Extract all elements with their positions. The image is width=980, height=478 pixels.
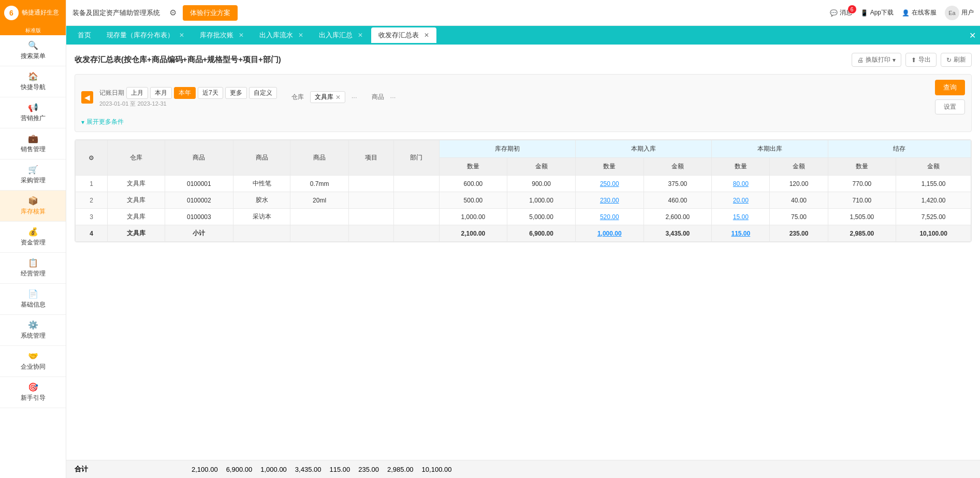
warehouse-tag-close[interactable]: ✕ bbox=[335, 94, 341, 101]
tabs-close-all-btn[interactable]: ✕ bbox=[969, 31, 976, 40]
refresh-icon: ↻ bbox=[946, 56, 952, 64]
basic-icon: 📄 bbox=[28, 289, 38, 299]
tab-summary[interactable]: 出入库汇总 ✕ bbox=[312, 27, 370, 43]
tab-flow-close[interactable]: ✕ bbox=[298, 32, 303, 39]
refresh-btn[interactable]: ↻ 刷新 bbox=[941, 53, 972, 67]
row-in-qty[interactable]: 520.00 bbox=[575, 209, 643, 225]
warehouse-more-btn[interactable]: ··· bbox=[352, 93, 357, 101]
row-in-amt: 460.00 bbox=[643, 192, 712, 209]
col-product-spec: 商品 bbox=[290, 140, 348, 176]
subtotal-open-qty: 2,100.00 bbox=[439, 225, 507, 242]
topbar-app[interactable]: 📱 App下载 bbox=[860, 8, 894, 17]
row-out-qty[interactable]: 80.00 bbox=[712, 176, 770, 192]
total-label: 合计 bbox=[75, 465, 88, 474]
date-btn-last-month[interactable]: 上月 bbox=[126, 87, 148, 99]
row-project bbox=[348, 192, 393, 209]
tab-stock-dist[interactable]: 现存量（库存分布表） ✕ bbox=[99, 27, 192, 43]
tab-batch[interactable]: 库存批次账 ✕ bbox=[193, 27, 251, 43]
sidebar-tag: 标准版 bbox=[0, 26, 66, 35]
row-open-qty: 500.00 bbox=[439, 192, 507, 209]
tab-flow[interactable]: 出入库流水 ✕ bbox=[252, 27, 311, 43]
col-open-qty: 数量 bbox=[439, 158, 507, 176]
tab-home[interactable]: 首页 bbox=[70, 27, 98, 43]
row-product-spec: 0.7mm bbox=[290, 176, 348, 192]
data-table: ⚙ 仓库 商品 商品 商品 项目 部门 库存期初 本期入库 本期出库 结存 数量 bbox=[75, 140, 971, 242]
subtotal-row: 4 文具库 小计 2,100.00 6,900.00 1,000.00 3,43… bbox=[76, 225, 971, 242]
date-btn-7days[interactable]: 近7天 bbox=[198, 87, 223, 99]
sidebar-item-business[interactable]: 📋 经营管理 bbox=[0, 253, 66, 284]
tab-batch-close[interactable]: ✕ bbox=[239, 32, 244, 39]
sidebar-item-search[interactable]: 🔍 搜索菜单 bbox=[0, 35, 66, 66]
row-no: 2 bbox=[76, 192, 108, 209]
sidebar-item-label: 搜索菜单 bbox=[21, 52, 46, 61]
row-product-code: 0100002 bbox=[165, 192, 233, 209]
col-close-amt: 金额 bbox=[896, 158, 971, 176]
tab-batch-label: 库存批次账 bbox=[200, 31, 233, 40]
row-close-amt: 1,420.00 bbox=[896, 192, 971, 209]
home-icon: 🏠 bbox=[28, 71, 38, 81]
sidebar-item-label: 基础信息 bbox=[21, 300, 46, 309]
sidebar-item-label: 采购管理 bbox=[21, 176, 46, 185]
topbar-service[interactable]: 👤 在线客服 bbox=[902, 8, 937, 17]
col-in: 本期入库 bbox=[575, 140, 711, 158]
row-close-amt: 7,525.00 bbox=[896, 209, 971, 225]
row-in-qty[interactable]: 230.00 bbox=[575, 192, 643, 209]
subtotal-out-amt: 235.00 bbox=[770, 225, 828, 242]
topbar-user[interactable]: Ea 用户 bbox=[945, 6, 974, 20]
sidebar-item-label: 快捷导航 bbox=[21, 83, 46, 92]
total-open-amt: 6,900.00 bbox=[226, 466, 253, 473]
sidebar-item-finance[interactable]: 💰 资金管理 bbox=[0, 222, 66, 253]
col-opening: 库存期初 bbox=[439, 140, 575, 158]
subtotal-warehouse: 文具库 bbox=[108, 225, 165, 242]
row-in-qty[interactable]: 250.00 bbox=[575, 176, 643, 192]
sidebar-item-guide[interactable]: 🎯 新手引导 bbox=[0, 377, 66, 408]
subtotal-in-qty[interactable]: 1,000.00 bbox=[575, 225, 643, 242]
date-filter: 记账日期 上月 本月 本年 近7天 更多 自定义 2023-01-01 至 20… bbox=[99, 87, 277, 108]
subtotal-empty2 bbox=[290, 225, 348, 242]
tab-recv-send[interactable]: 收发存汇总表 ✕ bbox=[371, 27, 436, 43]
tab-recv-send-close[interactable]: ✕ bbox=[424, 32, 429, 39]
sidebar-item-basic[interactable]: 📄 基础信息 bbox=[0, 284, 66, 315]
row-out-qty[interactable]: 20.00 bbox=[712, 192, 770, 209]
expand-label: 展开更多条件 bbox=[86, 118, 124, 126]
row-out-qty[interactable]: 15.00 bbox=[712, 209, 770, 225]
sidebar-item-sales[interactable]: 💼 销售管理 bbox=[0, 128, 66, 160]
topbar-user-label: 用户 bbox=[961, 8, 974, 17]
topbar-msg[interactable]: 💬 消息 6 bbox=[830, 8, 852, 17]
date-btn-more[interactable]: 更多 bbox=[225, 87, 247, 99]
row-product-code: 0100003 bbox=[165, 209, 233, 225]
page-title-row: 收发存汇总表(按仓库+商品编码+商品+规格型号+项目+部门) 🖨 换版打印 ▾ … bbox=[75, 53, 972, 67]
row-product-spec bbox=[290, 209, 348, 225]
export-btn[interactable]: ⬆ 导出 bbox=[905, 53, 937, 67]
sidebar-item-system[interactable]: ⚙️ 系统管理 bbox=[0, 315, 66, 346]
subtotal-out-qty[interactable]: 115.00 bbox=[712, 225, 770, 242]
date-btn-custom[interactable]: 自定义 bbox=[249, 87, 277, 99]
expand-conditions-btn[interactable]: ▾ 展开更多条件 bbox=[81, 118, 965, 126]
tab-stock-dist-close[interactable]: ✕ bbox=[179, 32, 184, 39]
date-btn-this-year[interactable]: 本年 bbox=[174, 87, 196, 99]
finance-icon: 💰 bbox=[28, 227, 38, 237]
search-icon: 🔍 bbox=[28, 40, 38, 50]
query-btn[interactable]: 查询 bbox=[935, 80, 965, 95]
sidebar-item-label: 系统管理 bbox=[21, 331, 46, 340]
switch-print-btn[interactable]: 🖨 换版打印 ▾ bbox=[852, 53, 901, 67]
row-out-amt: 120.00 bbox=[770, 176, 828, 192]
tab-summary-close[interactable]: ✕ bbox=[358, 32, 363, 39]
sidebar-item-quick[interactable]: 🏠 快捷导航 bbox=[0, 66, 66, 97]
sidebar-item-inventory[interactable]: 📦 库存核算 bbox=[0, 191, 66, 222]
settings-icon[interactable]: ⚙ bbox=[169, 8, 177, 18]
filter-collapse-btn[interactable]: ◀ bbox=[81, 91, 93, 104]
col-close-qty: 数量 bbox=[828, 158, 896, 176]
sidebar-item-corp[interactable]: 🤝 企业协同 bbox=[0, 346, 66, 377]
col-settings[interactable]: ⚙ bbox=[76, 140, 108, 176]
warehouse-label: 仓库 bbox=[291, 93, 304, 102]
topbar-experience-btn[interactable]: 体验行业方案 bbox=[183, 5, 238, 21]
goods-more-btn[interactable]: ··· bbox=[390, 93, 396, 101]
sidebar-item-marketing[interactable]: 📢 营销推广 bbox=[0, 97, 66, 128]
set-btn[interactable]: 设置 bbox=[935, 99, 965, 114]
subtotal-empty4 bbox=[394, 225, 439, 242]
row-in-amt: 2,600.00 bbox=[643, 209, 712, 225]
col-warehouse: 仓库 bbox=[108, 140, 165, 176]
date-btn-this-month[interactable]: 本月 bbox=[150, 87, 172, 99]
sidebar-item-purchase[interactable]: 🛒 采购管理 bbox=[0, 160, 66, 191]
